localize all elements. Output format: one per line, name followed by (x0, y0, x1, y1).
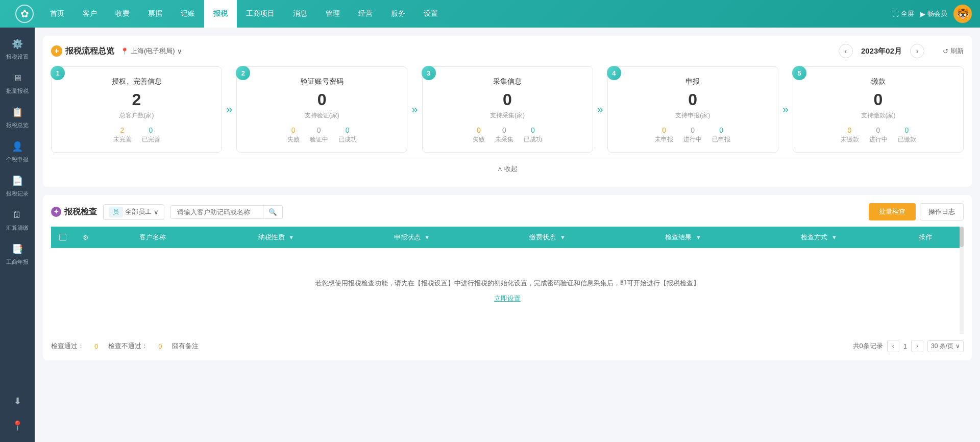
step-5-stat-1: 0 进行中 (869, 126, 888, 144)
nav-business[interactable]: 工商项目 (237, 0, 284, 28)
batch-check-button[interactable]: 批量检查 (869, 203, 916, 220)
nav-message[interactable]: 消息 (284, 0, 316, 28)
location-pin-icon: 📍 (120, 47, 129, 55)
nav-fee[interactable]: 收费 (106, 0, 139, 28)
filter-icon-5[interactable]: ▼ (831, 234, 837, 240)
gear-icon[interactable]: ⚙ (83, 234, 89, 241)
data-table: ⚙ 客户名称 纳税性质 ▼ 申报状态 ▼ (51, 227, 964, 248)
step-3-number: 3 (422, 66, 436, 80)
step-4-stat-0: 0 未申报 (655, 126, 673, 144)
sidebar-item-download[interactable]: ⬇ (0, 389, 35, 413)
search-button[interactable]: 🔍 (263, 206, 282, 218)
step-2-stat-0: 0 失败 (287, 126, 300, 144)
operation-log-button[interactable]: 操作日志 (920, 203, 964, 220)
scrollbar-thumb[interactable] (960, 227, 964, 247)
step-1-stat-0-label: 未完善 (113, 135, 132, 144)
sidebar-item-annual-report[interactable]: 📑 工商年报 (0, 237, 35, 271)
step-1-stat-1-num: 0 (149, 126, 153, 134)
next-page-button[interactable]: › (911, 340, 923, 352)
empty-message: 若您想使用报税检查功能，请先在【报税设置】中进行报税的初始化设置，完成密码验证和… (61, 279, 953, 288)
step-3-stat-1-label: 未采集 (495, 135, 513, 144)
sidebar-item-tax-overview[interactable]: 📋 报税总览 (0, 100, 35, 134)
nav-operation[interactable]: 经营 (349, 0, 382, 28)
fullscreen-icon: ⛶ (892, 10, 899, 18)
per-page-select[interactable]: 30 条/页 ∨ (927, 340, 964, 352)
step-2-stat-0-num: 0 (291, 126, 296, 134)
location-tag[interactable]: 📍 上海(电子税局) ∨ (120, 46, 182, 56)
setup-link[interactable]: 立即设置 (494, 294, 521, 302)
step-4-stat-1-label: 进行中 (683, 135, 702, 144)
step-5-stat-0-num: 0 (848, 126, 852, 134)
collapse-icon: ∧ (497, 165, 503, 173)
pass-count[interactable]: 0 (94, 342, 98, 350)
step-4-title: 申报 (616, 77, 770, 86)
select-all-checkbox[interactable] (59, 234, 66, 241)
filter-icon-1[interactable]: ▼ (288, 234, 294, 240)
sidebar-item-tax-settings[interactable]: ⚙️ 报税设置 (0, 32, 35, 66)
sidebar-item-settlement[interactable]: 🗓 汇算清缴 (0, 203, 35, 237)
sidebar: ⚙️ 报税设置 🖥 批量报税 📋 报税总览 👤 个税申报 📄 报税记录 🗓 汇算… (0, 28, 35, 442)
prev-month-button[interactable]: ‹ (839, 44, 853, 58)
sidebar-item-personal-tax[interactable]: 👤 个税申报 (0, 134, 35, 168)
total-records: 共0条记录 (853, 341, 883, 351)
step-2-stat-2-num: 0 (346, 126, 350, 134)
step-3-sub: 支持采集(家) (431, 111, 584, 120)
search-input[interactable] (171, 206, 263, 218)
th-pay-status: 缴费状态 ▼ (480, 227, 616, 248)
filter-icon-3[interactable]: ▼ (560, 234, 566, 240)
avatar[interactable]: 🐯 (953, 5, 972, 23)
prev-page-button[interactable]: ‹ (887, 340, 899, 352)
step-3-stat-0-label: 失败 (473, 135, 485, 144)
month-navigation: ‹ 2023年02月 › (839, 44, 924, 58)
refresh-button[interactable]: ↺ 刷新 (943, 46, 964, 56)
play-icon: ▶ (920, 10, 925, 18)
personal-tax-icon: 👤 (10, 139, 24, 154)
nav-accounting[interactable]: 记账 (172, 0, 204, 28)
th-gear: ⚙ (75, 227, 97, 248)
step-5-stat-1-label: 进行中 (869, 135, 888, 144)
table-empty-state: 若您想使用报税检查功能，请先在【报税设置】中进行报税的初始化设置，完成密码验证和… (51, 248, 964, 334)
step-2-stat-1-label: 验证中 (310, 135, 328, 144)
nav-manage[interactable]: 管理 (316, 0, 349, 28)
step-5-card: 5 缴款 0 支持缴款(家) 0 未缴款 0 进行中 (793, 66, 964, 153)
current-month: 2023年02月 (861, 46, 902, 56)
step-1-card: 1 授权、完善信息 2 总客户数(家) 2 未完善 0 已完善 (51, 66, 222, 153)
sidebar-item-batch-tax[interactable]: 🖥 批量报税 (0, 66, 35, 100)
step-3-stat-2-num: 0 (531, 126, 535, 134)
sidebar-item-tax-record[interactable]: 📄 报税记录 (0, 168, 35, 203)
overview-card: + 报税流程总览 📍 上海(电子税局) ∨ ‹ 2023年02月 › ↺ 刷新 (43, 36, 972, 187)
step-4-stat-2-label: 已申报 (712, 135, 730, 144)
annual-report-icon: 📑 (10, 242, 24, 256)
overview-header: + 报税流程总览 📍 上海(电子税局) ∨ ‹ 2023年02月 › ↺ 刷新 (51, 44, 964, 58)
nav-invoice[interactable]: 票据 (139, 0, 172, 28)
top-navigation: ✿ 首页 客户 收费 票据 记账 报税 工商项目 消息 管理 经营 服务 设置 … (0, 0, 980, 28)
remark-label: 囧有备注 (172, 341, 199, 351)
step-1-number: 1 (51, 66, 65, 80)
pass-label: 检查通过： (51, 341, 84, 351)
step-2-stat-2-label: 已成功 (338, 135, 357, 144)
step-4-stat-2-num: 0 (719, 126, 723, 134)
arrow-4: » (778, 66, 793, 153)
filter-icon-4[interactable]: ▼ (696, 234, 701, 240)
step-4-stat-1-num: 0 (691, 126, 695, 134)
collapse-button[interactable]: ∧ 收起 (51, 159, 964, 179)
next-month-button[interactable]: › (910, 44, 924, 58)
nav-customer[interactable]: 客户 (74, 0, 106, 28)
employee-filter[interactable]: 员 全部员工 ∨ (103, 204, 164, 220)
nav-home[interactable]: 首页 (41, 0, 74, 28)
step-2-stat-1-num: 0 (317, 126, 321, 134)
nav-tax[interactable]: 报税 (204, 0, 237, 28)
step-3-count: 0 (431, 90, 584, 109)
filter-icon-2[interactable]: ▼ (424, 234, 430, 240)
nav-settings[interactable]: 设置 (414, 0, 447, 28)
step-1-count: 2 (60, 90, 213, 109)
tax-record-icon: 📄 (10, 174, 24, 188)
sidebar-item-location[interactable]: 📍 (0, 413, 35, 438)
step-1-stat-0: 2 未完善 (113, 126, 132, 144)
fail-count[interactable]: 0 (158, 342, 162, 350)
scrollbar-track[interactable] (960, 227, 964, 334)
step-4-count: 0 (616, 90, 770, 109)
nav-service[interactable]: 服务 (382, 0, 414, 28)
member-button[interactable]: ▶ 畅会员 (920, 9, 947, 18)
fullscreen-button[interactable]: ⛶ 全屏 (892, 9, 914, 18)
